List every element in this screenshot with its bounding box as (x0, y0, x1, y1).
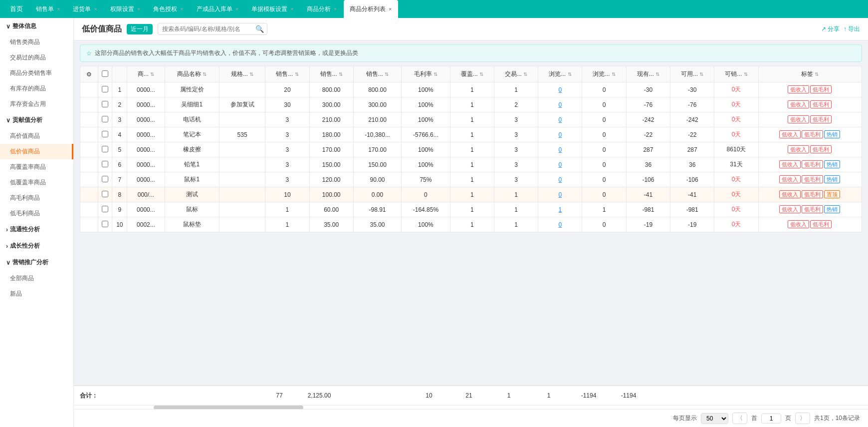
sidebar-item-high-coverage[interactable]: 高覆盖率商品 (0, 159, 73, 175)
cell-checkbox[interactable] (98, 217, 112, 232)
page-number-input[interactable] (761, 414, 781, 424)
close-tab-icon[interactable]: × (137, 6, 140, 12)
nav-tab-permission[interactable]: 权限设置 × (104, 0, 146, 18)
row-checkbox[interactable] (102, 206, 108, 212)
col-tags[interactable]: 标签 ⇅ (758, 66, 862, 82)
views-link[interactable]: 0 (559, 101, 562, 108)
close-tab-icon[interactable]: × (235, 6, 238, 12)
cell-current-stock: -242 (626, 112, 670, 127)
col-name[interactable]: 商品名称 ⇅ (165, 66, 219, 82)
row-checkbox[interactable] (102, 191, 108, 197)
sidebar-item-stock-capital[interactable]: 库存资金占用 (0, 96, 73, 112)
cell-checkbox[interactable] (98, 82, 112, 97)
row-checkbox[interactable] (102, 176, 108, 182)
views-link[interactable]: 0 (559, 191, 562, 198)
close-tab-icon[interactable]: × (389, 6, 392, 12)
cell-checkbox[interactable] (98, 202, 112, 217)
sidebar-section-overview[interactable]: ∨ 整体信息 (0, 18, 73, 34)
sidebar-item-high-value[interactable]: 高价值商品 (0, 128, 73, 144)
cell-checkbox[interactable] (98, 127, 112, 142)
views-link[interactable]: 0 (559, 146, 562, 153)
row-checkbox[interactable] (102, 101, 108, 107)
col-trade[interactable]: 交易... ⇅ (494, 66, 538, 82)
nav-tab-product-analysis[interactable]: 商品分析 × (301, 0, 343, 18)
nav-tab-product-analysis-list[interactable]: 商品分析列表 × (344, 0, 398, 18)
col-settings[interactable]: ⚙ (80, 66, 98, 82)
col-spec[interactable]: 规格... ⇅ (219, 66, 265, 82)
sidebar-item-all-products[interactable]: 全部商品 (0, 271, 73, 286)
cell-gross-margin: 0 (402, 187, 450, 202)
filter-recent-month-button[interactable]: 近一月 (127, 24, 153, 34)
nav-tab-role[interactable]: 角色授权 × (147, 0, 189, 18)
nav-home[interactable]: 首页 (4, 4, 29, 13)
col-available[interactable]: 可用... ⇅ (670, 66, 714, 82)
row-checkbox[interactable] (102, 116, 108, 122)
sidebar-item-new-products[interactable]: 新品 (0, 286, 73, 302)
col-code[interactable]: 商... ⇅ (127, 66, 165, 82)
nav-tab-sales-order[interactable]: 销售单 × (30, 0, 66, 18)
next-page-button[interactable]: 〉 (795, 413, 810, 424)
cell-coverage: 1 (450, 157, 494, 172)
sidebar-item-traded-products[interactable]: 交易过的商品 (0, 50, 73, 65)
close-tab-icon[interactable]: × (290, 6, 293, 12)
cell-checkbox[interactable] (98, 187, 112, 202)
sidebar-item-low-coverage[interactable]: 低覆盖率商品 (0, 175, 73, 190)
export-button[interactable]: ↑ 导出 (844, 25, 860, 33)
cell-checkbox[interactable] (98, 112, 112, 127)
row-checkbox[interactable] (102, 86, 108, 92)
table-container[interactable]: ⚙ 商... ⇅ 商品名称 ⇅ 规格... ⇅ 销售... ⇅ 销售... ⇅ … (74, 62, 868, 385)
per-page-select[interactable]: 50 100 200 (701, 413, 728, 424)
views-link[interactable]: 0 (559, 116, 562, 123)
search-icon[interactable]: 🔍 (255, 25, 264, 33)
views-link[interactable]: 1 (559, 206, 562, 213)
cell-checkbox[interactable] (98, 172, 112, 187)
col-sales-profit[interactable]: 销售... ⇅ (353, 66, 401, 82)
horizontal-scrollbar[interactable] (74, 405, 868, 409)
col-checkbox[interactable] (98, 66, 112, 82)
col-views2[interactable]: 浏览... ⇅ (582, 66, 626, 82)
close-tab-icon[interactable]: × (57, 6, 60, 12)
close-tab-icon[interactable]: × (334, 6, 337, 12)
close-tab-icon[interactable]: × (180, 6, 183, 12)
sidebar-item-category-sales[interactable]: 商品分类销售率 (0, 65, 73, 81)
sidebar-section-liquidity[interactable]: › 流通性分析 (0, 221, 73, 238)
select-all-checkbox[interactable] (102, 70, 108, 77)
close-tab-icon[interactable]: × (94, 6, 97, 12)
col-sellable[interactable]: 可销... ⇅ (714, 66, 758, 82)
sidebar-section-growth[interactable]: › 成长性分析 (0, 238, 73, 254)
views-link[interactable]: 0 (559, 176, 562, 183)
col-current-stock[interactable]: 现有... ⇅ (626, 66, 670, 82)
row-checkbox[interactable] (102, 146, 108, 152)
sidebar-item-low-margin[interactable]: 低毛利商品 (0, 206, 73, 221)
cell-checkbox[interactable] (98, 157, 112, 172)
sidebar-section-marketing[interactable]: ∨ 营销推广分析 (0, 254, 73, 271)
nav-tab-template[interactable]: 单据模板设置 × (245, 0, 299, 18)
row-checkbox[interactable] (102, 221, 108, 227)
sidebar-section-contribution[interactable]: ∨ 贡献值分析 (0, 112, 73, 128)
tag-label: 低毛利 (810, 220, 832, 228)
sidebar-item-sales-products[interactable]: 销售类商品 (0, 34, 73, 50)
col-views1[interactable]: 浏览... ⇅ (538, 66, 582, 82)
cell-sales-qty: 3 (265, 112, 309, 127)
col-gross-margin[interactable]: 毛利率 ⇅ (402, 66, 450, 82)
sidebar-item-high-margin[interactable]: 高毛利商品 (0, 190, 73, 206)
first-page-button[interactable]: 〈 (732, 413, 747, 424)
share-button[interactable]: ↗ 分享 (821, 25, 840, 33)
search-input[interactable] (158, 23, 267, 35)
sidebar-item-stocked-products[interactable]: 有库存的商品 (0, 81, 73, 96)
cell-checkbox[interactable] (98, 142, 112, 157)
views-link[interactable]: 0 (559, 221, 562, 228)
nav-tab-purchase-order[interactable]: 进货单 × (67, 0, 103, 18)
col-sales-qty[interactable]: 销售... ⇅ (265, 66, 309, 82)
cell-sales-amt: 35.00 (309, 217, 353, 232)
col-sales-amt[interactable]: 销售... ⇅ (309, 66, 353, 82)
nav-tab-product-inbound[interactable]: 产成品入库单 × (191, 0, 244, 18)
cell-checkbox[interactable] (98, 97, 112, 112)
views-link[interactable]: 0 (559, 161, 562, 168)
sidebar-item-low-value[interactable]: 低价值商品 (0, 144, 73, 159)
row-checkbox[interactable] (102, 161, 108, 167)
row-checkbox[interactable] (102, 131, 108, 137)
views-link[interactable]: 0 (559, 86, 562, 93)
col-coverage[interactable]: 覆盖... ⇅ (450, 66, 494, 82)
views-link[interactable]: 0 (559, 131, 562, 138)
